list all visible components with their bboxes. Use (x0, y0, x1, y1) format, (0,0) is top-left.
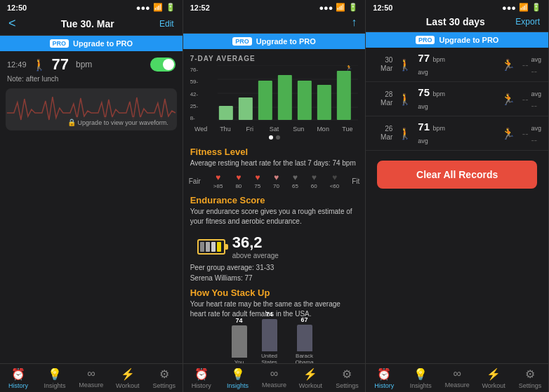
time-3: 12:50 (373, 4, 392, 12)
back-button-1[interactable]: < (8, 16, 16, 31)
record-row-2: 28 Mar 🚶 75 bpm avg 🏃 -- avg -- (366, 82, 548, 116)
tab-insights-3[interactable]: 💡 Insights (402, 367, 439, 389)
dot-1 (269, 135, 273, 140)
bar-you: 74 You (232, 317, 247, 363)
fitness-desc: Average resting heart rate for the last … (183, 158, 366, 173)
record-bpm-block-1: 77 bpm avg (418, 52, 445, 77)
person-icon-r2: 🚶 (398, 93, 412, 106)
history-label-3: History (374, 382, 394, 389)
tab-history-1[interactable]: ⏰ History (0, 367, 37, 389)
pro-banner-2[interactable]: PRO Upgrade to PRO (183, 34, 366, 49)
dot-2 (276, 135, 280, 140)
score-label: above average (232, 252, 279, 259)
reading-row: 12:49 🚶 77 bpm (0, 51, 183, 75)
pro-text-1: Upgrade to PRO (73, 39, 133, 48)
score-row: 36,2 above average (183, 231, 366, 262)
bar-obama: 67 Barack Obama (292, 316, 317, 363)
tab-history-3[interactable]: ⏰ History (366, 367, 402, 389)
share-button[interactable]: ↑ (351, 16, 357, 29)
tab-insights-2[interactable]: 💡 Insights (220, 367, 256, 389)
history-icon-3: ⏰ (377, 367, 391, 381)
bar-us: 74 United States (257, 311, 282, 363)
insights-icon-3: 💡 (414, 367, 428, 381)
history-label-2: History (192, 382, 211, 389)
panel-history: 12:50 ●●● 📶 🔋 < Tue 30. Mar Edit PRO Upg… (0, 0, 183, 392)
workout-label-1: Workout (116, 382, 139, 389)
signal-icon-3: ●●● (502, 4, 516, 12)
status-bar-1: 12:50 ●●● 📶 🔋 (0, 0, 183, 13)
export-button[interactable]: Export (515, 17, 540, 27)
tab-settings-1[interactable]: ⚙ Settings (146, 367, 183, 389)
history-icon-1: ⏰ (11, 367, 25, 381)
svg-rect-6 (239, 97, 253, 120)
record-date-2: 28 Mar (373, 90, 392, 107)
nav-title-1: Tue 30. Mar (61, 18, 114, 29)
settings-icon-1: ⚙ (159, 367, 169, 381)
toggle-switch[interactable] (150, 58, 176, 72)
tab-workout-3[interactable]: ⚡ Workout (475, 367, 512, 389)
person-icon-r3: 🚶 (398, 127, 412, 140)
svg-rect-10 (317, 85, 331, 120)
pro-badge-2: PRO (232, 37, 252, 46)
insights-icon-1: 💡 (48, 367, 62, 381)
tab-history-2[interactable]: ⏰ History (183, 367, 220, 389)
clear-all-records-button[interactable]: Clear All Records (377, 161, 537, 189)
battery-bar-4 (217, 242, 221, 252)
tab-measure-1[interactable]: ∞ Measure (73, 367, 110, 389)
svg-rect-11 (337, 71, 351, 120)
tab-settings-2[interactable]: ⚙ Settings (329, 367, 365, 389)
time-2: 12:52 (190, 4, 210, 12)
panel3-content: 30 Mar 🚶 77 bpm avg 🏃 -- avg -- 28 (366, 48, 548, 363)
wifi-icon: 📶 (153, 3, 163, 12)
record-avg-right-1: avg -- (531, 52, 542, 77)
heart-1: ♥ >85 (213, 173, 223, 189)
svg-rect-7 (258, 81, 272, 120)
measure-label-1: Measure (79, 381, 103, 388)
heart-3: ♥ 75 (254, 173, 260, 189)
settings-icon-2: ⚙ (342, 367, 352, 381)
status-icons-1: ●●● 📶 🔋 (136, 3, 176, 12)
status-bar-3: 12:50 ●●● 📶 🔋 (366, 0, 548, 13)
tab-insights-1[interactable]: 💡 Insights (37, 367, 73, 389)
workout-icon-1: ⚡ (121, 367, 135, 381)
stack-title: How You Stack Up (183, 283, 366, 299)
battery-score-icon (197, 239, 225, 255)
svg-rect-8 (278, 75, 292, 120)
tab-measure-3[interactable]: ∞ Measure (439, 367, 475, 389)
history-icon-2: ⏰ (194, 367, 209, 381)
heart-2: ♥ 80 (235, 173, 242, 189)
svg-text:🏃: 🏃 (345, 65, 352, 71)
edit-button[interactable]: Edit (159, 19, 174, 29)
settings-label-2: Settings (336, 382, 359, 389)
tab-workout-1[interactable]: ⚡ Workout (110, 367, 146, 389)
pro-text-2: Upgrade to PRO (256, 37, 316, 46)
measure-icon-2: ∞ (270, 367, 278, 380)
tab-measure-2[interactable]: ∞ Measure (256, 367, 293, 389)
pro-text-3: Upgrade to PRO (439, 36, 498, 44)
upgrade-overlay[interactable]: 🔒 Upgrade to view your waveform. (63, 117, 173, 128)
tab-bar-1: ⏰ History 💡 Insights ∞ Measure ⚡ Workout… (0, 363, 183, 392)
score-value: 36,2 (232, 234, 279, 252)
measure-label-2: Measure (262, 381, 286, 388)
panel1-content: 12:49 🚶 77 bpm Note: after lunch 🔒 Upgra… (0, 51, 183, 363)
panel-last30: 12:50 ●●● 📶 🔋 Last 30 days Export PRO Up… (366, 0, 549, 392)
run-icon-r3: 🏃 (501, 127, 515, 140)
tab-workout-2[interactable]: ⚡ Workout (292, 367, 329, 389)
heart-5: ♥ 65 (292, 173, 298, 189)
svg-rect-9 (298, 81, 312, 120)
history-label-1: History (8, 382, 28, 389)
settings-label-1: Settings (152, 382, 176, 389)
lock-icon: 🔒 (67, 119, 76, 126)
run-icon-r2: 🏃 (501, 93, 515, 106)
pro-banner-1[interactable]: PRO Upgrade to PRO (0, 36, 183, 51)
bar-us-rect (262, 319, 277, 351)
battery-bar-3 (211, 242, 216, 252)
settings-label-3: Settings (519, 382, 542, 389)
tab-settings-3[interactable]: ⚙ Settings (512, 367, 548, 389)
panel-insights: 12:52 ●●● 📶 🔋 ↑ PRO Upgrade to PRO 7-DAY… (183, 0, 366, 392)
battery-icon-status: 🔋 (166, 3, 176, 12)
battery-bar-1 (200, 242, 204, 252)
heart-6: ♥ 60 (311, 173, 317, 189)
bar-obama-rect (297, 325, 312, 351)
pro-banner-3[interactable]: PRO Upgrade to PRO (366, 32, 548, 48)
